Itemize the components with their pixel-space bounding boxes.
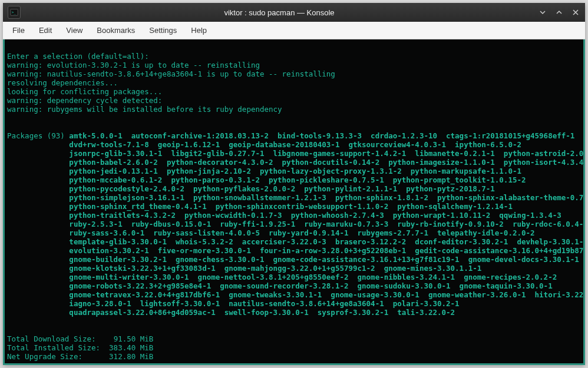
packages-heading: Packages (93)	[7, 131, 69, 140]
pkg-line: iagno-3.28.0-1 lightsoff-3.30.0-1 nautil…	[7, 299, 460, 308]
window-title: viktor : sudo pacman — Konsole	[23, 8, 536, 17]
pkg-line: python-traitlets-4.3.2-2 python-wcwidth-…	[7, 211, 561, 220]
menubar: File Edit View Bookmarks Settings Help	[3, 22, 585, 39]
menu-settings[interactable]: Settings	[142, 24, 184, 37]
blank-line	[7, 361, 581, 365]
upgrade-size-value: 312.80 MiB	[109, 352, 153, 361]
konsole-app-icon: >_	[8, 6, 21, 19]
term-line: warning: evolution-3.30.2-1 is up to dat…	[7, 61, 260, 69]
pkg-line: python-babel-2.6.0-2 python-decorator-4.…	[7, 158, 585, 167]
pkg-line: gnome-builder-3.30.2-1 gnome-chess-3.30.…	[7, 255, 579, 264]
pkg-line: python-simplejson-3.16.1-1 python-snowba…	[7, 193, 585, 202]
pkg-line: python-pycodestyle-2.4.0-2 python-pyflak…	[7, 184, 495, 193]
menu-bookmarks[interactable]: Bookmarks	[90, 24, 142, 37]
pkg-line: ruby-sass-3.6.0-1 ruby-sass-listen-4.0.0…	[7, 228, 535, 237]
pkg-line: jsonrpc-glib-3.30.1-1 libgit2-glib-0.27.…	[7, 149, 585, 158]
term-line: warning: dependency cycle detected:	[7, 96, 162, 105]
pkg-line: quadrapassel-3.22.0+86+g4d059ac-1 swell-…	[7, 308, 455, 317]
pkg-line: gnome-robots-3.22.3+2+g985e8e4-1 gnome-s…	[7, 281, 553, 290]
pkg-line: gnome-multi-writer-3.30.0-1 gnome-nettoo…	[7, 273, 557, 281]
installed-size-value: 383.40 MiB	[109, 343, 153, 352]
chevron-up-icon	[556, 9, 563, 16]
pkg-line: python-sphinx_rtd_theme-0.4.1-1 python-s…	[7, 202, 513, 211]
close-button[interactable]	[569, 5, 583, 19]
download-size-label: Total Download Size:	[7, 334, 114, 343]
term-line: looking for conflicting packages...	[7, 87, 162, 96]
pkg-line: ruby-2.5.3-1 ruby-dbus-0.15.0-1 ruby-ffi…	[7, 220, 585, 228]
menu-view[interactable]: View	[59, 24, 90, 37]
term-line: warning: rubygems will be installed befo…	[7, 105, 282, 114]
pkg-line: gnome-klotski-3.22.3+1+gf33083d-1 gnome-…	[7, 264, 481, 273]
term-line: warning: nautilus-sendto-3.8.6+14+ge8a36…	[7, 69, 335, 78]
terminal-output[interactable]: Enter a selection (default=all): warning…	[3, 39, 585, 365]
download-size-value: 91.50 MiB	[114, 334, 154, 343]
pkg-line: python-mccabe-0.6.1-2 python-parso-0.3.1…	[7, 175, 526, 184]
menu-file[interactable]: File	[5, 24, 32, 37]
window-controls	[536, 5, 583, 19]
pkg-line: python-jedi-0.13.1-1 python-jinja-2.10-2…	[7, 167, 521, 175]
term-line: resolving dependencies...	[7, 78, 118, 87]
svg-text:>_: >_	[12, 10, 16, 15]
installed-size-label: Total Installed Size:	[7, 343, 109, 352]
pkg-line: amtk-5.0.0-1 autoconf-archive-1:2018.03.…	[69, 131, 574, 140]
close-icon	[572, 9, 579, 16]
menu-help[interactable]: Help	[184, 24, 214, 37]
blank-line	[7, 114, 581, 122]
titlebar: >_ viktor : sudo pacman — Konsole	[3, 3, 585, 22]
pkg-line: evolution-3.30.2-1 five-or-more-3.30.0-1…	[7, 246, 585, 255]
upgrade-size-label: Net Upgrade Size:	[7, 352, 109, 361]
pkg-line: template-glib-3.30.0-1 whois-5.3.2-2 acc…	[7, 237, 585, 246]
minimize-button[interactable]	[536, 5, 550, 19]
menu-edit[interactable]: Edit	[32, 24, 59, 37]
blank-line	[7, 317, 581, 326]
term-line: Enter a selection (default=all):	[7, 52, 149, 61]
konsole-window: >_ viktor : sudo pacman — Konsole File E…	[3, 3, 585, 365]
chevron-down-icon	[539, 9, 546, 16]
pkg-line: gnome-tetravex-3.22.0+4+g817dbf6-1 gnome…	[7, 290, 585, 299]
maximize-button[interactable]	[552, 5, 566, 19]
pkg-line: dvd+rw-tools-7.1-8 geoip-1.6.12-1 geoip-…	[7, 140, 521, 149]
